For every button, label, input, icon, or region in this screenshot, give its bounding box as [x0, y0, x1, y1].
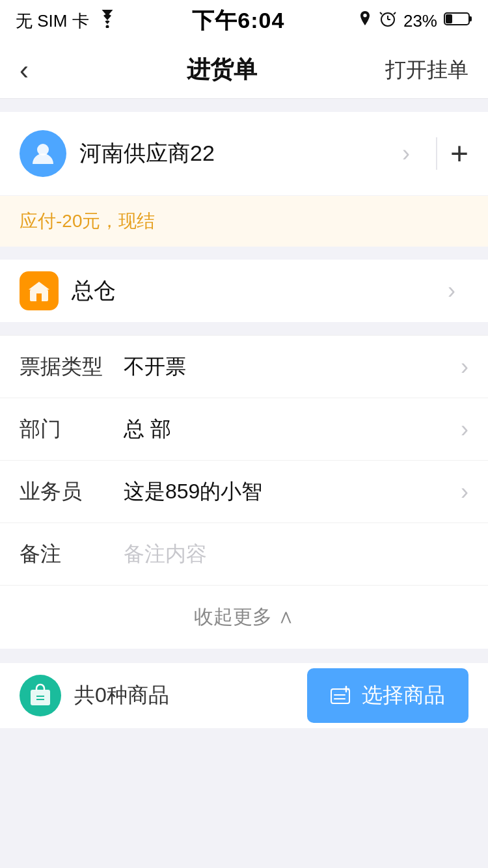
divider [436, 137, 437, 170]
remark-row[interactable]: 备注 备注内容 [0, 522, 488, 585]
back-button[interactable]: ‹ [20, 55, 59, 86]
svg-point-0 [105, 25, 109, 28]
svg-line-5 [394, 12, 396, 14]
department-arrow-icon: › [461, 416, 468, 443]
select-product-button[interactable]: 选择商品 [307, 668, 468, 723]
wifi-icon [96, 10, 119, 33]
remark-input[interactable]: 备注内容 [111, 540, 468, 569]
page-title: 进货单 [187, 54, 257, 86]
nav-bar: ‹ 进货单 打开挂单 [0, 42, 488, 99]
battery-label: 23% [403, 11, 437, 31]
svg-rect-7 [446, 14, 452, 23]
status-left: 无 SIM 卡 [16, 10, 119, 33]
status-time: 下午6:04 [192, 6, 284, 36]
salesman-row[interactable]: 业务员 这是859的小智 › [0, 460, 488, 522]
invoice-type-row[interactable]: 票据类型 不开票 › [0, 335, 488, 398]
salesman-label: 业务员 [20, 478, 111, 506]
department-value: 总 部 [111, 415, 461, 444]
supplier-arrow-icon: › [402, 140, 410, 167]
warehouse-icon [20, 271, 59, 310]
supplier-section: 河南供应商22 › + 应付-20元，现结 [0, 112, 488, 247]
collapse-row[interactable]: 收起更多 ∧ [0, 585, 488, 649]
department-row[interactable]: 部门 总 部 › [0, 398, 488, 460]
product-icon [20, 675, 61, 716]
section-gap-4 [0, 649, 488, 662]
section-gap-1 [0, 99, 488, 112]
notice-bar: 应付-20元，现结 [0, 195, 488, 247]
product-count: 共0种商品 [74, 681, 307, 710]
supplier-avatar [20, 130, 66, 177]
svg-rect-8 [469, 16, 472, 21]
bottom-bar: 共0种商品 选择商品 [0, 663, 488, 728]
location-icon [358, 10, 372, 33]
supplier-row[interactable]: 河南供应商22 › + [0, 112, 488, 195]
invoice-type-label: 票据类型 [20, 353, 111, 381]
form-section: 票据类型 不开票 › 部门 总 部 › 业务员 这是859的小智 › 备注 备注… [0, 335, 488, 649]
svg-line-4 [380, 12, 382, 14]
svg-rect-13 [31, 690, 50, 705]
alarm-icon [379, 10, 397, 33]
add-button[interactable]: + [450, 138, 468, 169]
warehouse-section: 总仓 › [0, 260, 488, 322]
warehouse-arrow-icon: › [448, 277, 455, 305]
warehouse-row[interactable]: 总仓 › [0, 260, 488, 322]
collapse-label: 收起更多 ∧ [194, 606, 293, 627]
invoice-type-value: 不开票 [111, 353, 461, 381]
carrier-label: 无 SIM 卡 [16, 10, 89, 33]
svg-marker-11 [29, 282, 49, 290]
warehouse-name: 总仓 [72, 276, 448, 306]
battery-icon [444, 11, 472, 31]
section-gap-3 [0, 322, 488, 335]
remark-label: 备注 [20, 540, 111, 569]
status-bar: 无 SIM 卡 下午6:04 [0, 0, 488, 42]
notice-text: 应付-20元，现结 [20, 211, 155, 231]
supplier-name: 河南供应商22 [79, 139, 402, 169]
department-label: 部门 [20, 415, 111, 444]
status-right: 23% [358, 10, 472, 33]
invoice-type-arrow-icon: › [461, 353, 468, 381]
svg-rect-12 [36, 293, 42, 301]
select-product-label: 选择商品 [362, 681, 445, 710]
section-gap-2 [0, 247, 488, 260]
salesman-arrow-icon: › [461, 478, 468, 506]
salesman-value: 这是859的小智 [111, 478, 461, 506]
open-pending-button[interactable]: 打开挂单 [385, 56, 468, 85]
